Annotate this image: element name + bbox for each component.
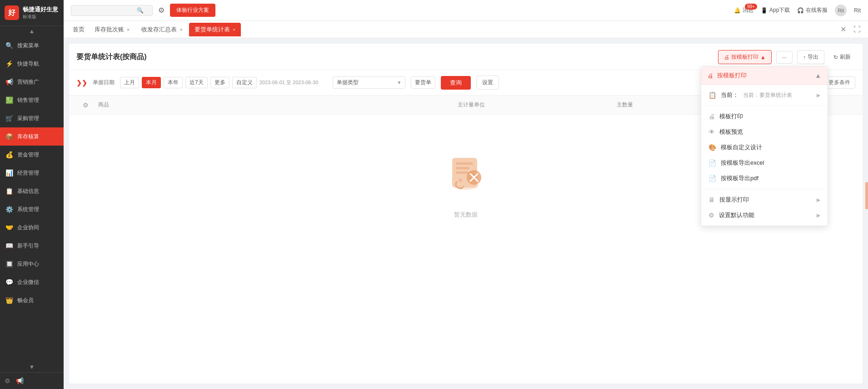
template-export-excel-icon: 📄 [708, 159, 716, 167]
sidebar-membership-label: 畅会员 [17, 297, 34, 304]
export-label: 导出 [808, 53, 818, 61]
type-tag-filter[interactable]: 要货单 [411, 76, 435, 89]
date-btn-this-month[interactable]: 本月 [142, 77, 161, 88]
display-print-label: 按显示打印 [719, 196, 749, 204]
sidebar-item-inventory[interactable]: 📦 库存核算 [0, 127, 64, 146]
sidebar-item-purchase[interactable]: 🛒 采购管理 [0, 109, 64, 127]
dropdown-set-default[interactable]: ⚙ 设置默认功能 ▶ [701, 207, 828, 223]
dropdown-template-design[interactable]: 🎨 模板自定义设计 [701, 140, 828, 155]
filter-expand-icon[interactable]: ❯❯ [76, 79, 87, 86]
type-filter-arrow: ▼ [397, 80, 401, 85]
date-btn-this-year[interactable]: 本年 [164, 77, 183, 88]
current-template-arrow: ▶ [817, 92, 820, 98]
sidebar-logo: 好 畅捷通好生意 标准版 [0, 0, 64, 26]
dropdown-current-template[interactable]: 📋 当前： 当前：要货单统计表 ▶ [701, 87, 828, 103]
template-preview-icon: 👁 [708, 128, 715, 136]
filter-settings-btn[interactable]: 设置 [476, 76, 499, 90]
sales-icon: 💹 [5, 96, 14, 105]
brand-name: 畅捷通好生意 [23, 5, 58, 14]
app-logo-icon: 好 [5, 5, 19, 20]
type-filter-select[interactable]: 单据类型 ▼ [333, 76, 405, 89]
dropdown-template-export-pdf[interactable]: 📄 按模板导出pdf [701, 171, 828, 186]
order-stats-label: 要货单统计表 [195, 25, 230, 34]
date-btn-more[interactable]: 更多 [210, 77, 229, 88]
sidebar-system-label: 系统管理 [17, 206, 39, 213]
tab-close-inventory-batch[interactable]: × [127, 27, 130, 32]
customer-service-btn[interactable]: 🎧 在线客服 [797, 6, 828, 14]
tab-inventory-batch[interactable]: 库存批次账 × [89, 23, 135, 36]
sidebar-item-enterprise[interactable]: 🤝 企业协同 [0, 218, 64, 237]
notifications-btn[interactable]: 🔔 消息 99+ [734, 6, 753, 14]
avatar-text: Rit [838, 8, 844, 13]
inventory-icon: 📦 [5, 132, 14, 141]
app-center-icon: 🔲 [5, 259, 14, 268]
sidebar-item-quick-nav[interactable]: ⚡ 快捷导航 [0, 55, 64, 73]
username-label[interactable]: Rit [854, 7, 861, 14]
search-input[interactable] [76, 7, 135, 14]
print-dropdown: 🖨 按模板打印 ▲ 📋 当前： 当前：要货单统计表 ▶ [701, 66, 828, 226]
refresh-btn[interactable]: ↻ 刷新 [829, 51, 855, 64]
page-header-actions: 🖨 按模板打印 ▲ ··· ↑ 导出 ↻ [718, 50, 855, 64]
svg-point-8 [459, 178, 462, 182]
tab-order-stats[interactable]: 要货单统计表 × [189, 23, 241, 36]
sidebar-item-app-center[interactable]: 🔲 应用中心 [0, 255, 64, 273]
dropdown-template-export-excel[interactable]: 📄 按模板导出excel [701, 155, 828, 171]
print-template-label: 按模板打印 [731, 53, 758, 61]
print-template-btn[interactable]: 🖨 按模板打印 ▲ [718, 50, 772, 64]
sidebar-item-operations[interactable]: 📊 经营管理 [0, 164, 64, 182]
settings-bottom-icon[interactable]: ⚙ [5, 377, 10, 384]
query-btn[interactable]: 查询 [441, 76, 471, 90]
right-scrollbar-thumb[interactable] [865, 182, 868, 209]
dropdown-display-print[interactable]: 🖥 按显示打印 ▶ [701, 192, 828, 207]
sidebar-item-enterprise-wechat[interactable]: 💬 企业微信 [0, 273, 64, 291]
tab-home[interactable]: 首页 [69, 23, 88, 36]
sidebar-item-basic[interactable]: 📋 基础信息 [0, 182, 64, 200]
edition-label: 标准版 [23, 14, 58, 20]
sidebar-item-marketing[interactable]: 📢 营销推广 [0, 73, 64, 91]
sidebar-operations-label: 经营管理 [17, 169, 39, 177]
print-dropdown-close-btn[interactable]: ▲ [815, 72, 821, 79]
template-design-icon: 🎨 [708, 144, 716, 151]
sidebar-item-system[interactable]: ⚙️ 系统管理 [0, 200, 64, 218]
trial-btn[interactable]: 体验行业方案 [170, 4, 215, 17]
sidebar-scroll-down[interactable]: ▼ [0, 362, 64, 372]
app-download-btn[interactable]: 📱 App下载 [761, 6, 790, 14]
sidebar-item-search[interactable]: 🔍 搜索菜单 [0, 36, 64, 55]
template-print-icon: 🖨 [708, 113, 715, 120]
inventory-batch-label: 库存批次账 [95, 25, 124, 34]
top-search-bar[interactable]: 🔍 [71, 5, 153, 16]
sidebar-guide-label: 新手引导 [17, 242, 39, 250]
sidebar-scroll-up[interactable]: ▲ [0, 26, 64, 36]
date-btn-last-month[interactable]: 上月 [120, 77, 139, 88]
sidebar-item-guide[interactable]: 📖 新手引导 [0, 237, 64, 255]
empty-state-icon [443, 151, 489, 205]
finance-icon: 💰 [5, 150, 14, 159]
dropdown-template-print[interactable]: 🖨 模板打印 [701, 109, 828, 124]
set-default-icon: ⚙ [708, 212, 714, 219]
quick-nav-icon: ⚡ [5, 59, 14, 68]
tab-collapse-btn[interactable]: ✕ [838, 23, 848, 35]
sidebar-item-membership[interactable]: 👑 畅会员 [0, 291, 64, 309]
date-btn-custom[interactable]: 自定义 [232, 77, 257, 88]
th-unit-label: 主计量单位 [458, 101, 485, 108]
more-actions-btn[interactable]: ··· [776, 51, 793, 64]
template-export-pdf-label: 按模板导出pdf [721, 174, 758, 182]
receipt-summary-label: 收发存汇总表 [141, 25, 177, 34]
tab-expand-btn[interactable]: ⛶ [852, 24, 863, 35]
table-settings-gear-icon[interactable]: ⚙ [83, 101, 89, 109]
date-btn-last-7-days[interactable]: 近7天 [185, 77, 208, 88]
refresh-icon: ↻ [833, 54, 838, 61]
export-btn[interactable]: ↑ 导出 [797, 50, 824, 64]
sidebar-item-finance[interactable]: 💰 资金管理 [0, 146, 64, 164]
speaker-bottom-icon[interactable]: 📢 [16, 377, 24, 384]
tab-close-order-stats[interactable]: × [233, 27, 235, 32]
header-gear-icon[interactable]: ⚙ [158, 6, 165, 15]
sidebar-item-sales[interactable]: 💹 销售管理 [0, 91, 64, 109]
enterprise-wechat-icon: 💬 [5, 278, 14, 287]
dropdown-template-preview[interactable]: 👁 模板预览 [701, 124, 828, 140]
tab-close-receipt-summary[interactable]: × [180, 27, 182, 32]
user-avatar-btn[interactable]: Rit [835, 5, 847, 16]
system-icon: ⚙️ [5, 205, 14, 214]
tab-receipt-summary[interactable]: 收发存汇总表 × [136, 23, 188, 36]
template-preview-label: 模板预览 [719, 128, 743, 136]
